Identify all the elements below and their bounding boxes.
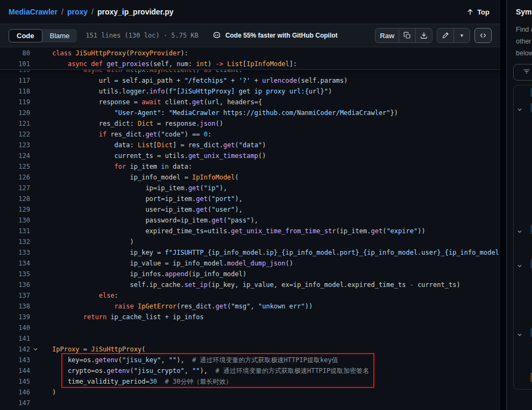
breadcrumb-separator: / <box>61 8 63 16</box>
fold-gutter <box>30 376 41 387</box>
symbol-row[interactable] <box>514 87 532 98</box>
code-line: 125 for ip_item in data: <box>0 161 500 172</box>
edit-dropdown-button[interactable]: ▾ <box>453 28 470 42</box>
code-line-content: port=ip_item.get("port"), <box>41 193 243 204</box>
line-number[interactable]: 123 <box>0 140 30 150</box>
fold-gutter <box>30 365 41 376</box>
line-number[interactable]: 132 <box>0 236 30 247</box>
line-number[interactable]: 138 <box>0 301 30 312</box>
symbol-row[interactable] <box>514 327 532 338</box>
fold-gutter <box>30 129 41 140</box>
line-number[interactable]: 139 <box>0 312 30 322</box>
file-toolbar: Code Blame 151 lines (130 loc) · 5.75 KB… <box>0 24 500 47</box>
line-number[interactable]: 147 <box>0 398 30 408</box>
tab-blame[interactable]: Blame <box>42 29 77 42</box>
line-number[interactable]: 146 <box>0 387 30 398</box>
line-number[interactable]: 117 <box>0 75 30 86</box>
line-number[interactable]: 121 <box>0 118 30 129</box>
line-number[interactable]: 133 <box>0 247 30 258</box>
code-line: 120 "User-Agent": "MediaCrawler https://… <box>0 107 500 118</box>
symbols-filter-input[interactable] <box>513 64 532 81</box>
edit-button[interactable] <box>437 28 453 42</box>
code-editor-area[interactable]: 116 async with httpx.AsyncClient() as cl… <box>0 69 500 410</box>
symbol-row[interactable] <box>514 372 532 383</box>
code-line-content: ip_info_model = IpInfoModel( <box>41 172 239 183</box>
line-number[interactable]: 122 <box>0 129 30 140</box>
breadcrumb-folder-link[interactable]: proxy <box>67 8 88 16</box>
symbol-row[interactable] <box>514 224 532 235</box>
code-line-content: user=ip_item.get("user"), <box>41 204 243 215</box>
chevron-down-icon[interactable] <box>517 227 522 236</box>
chevron-down-icon[interactable] <box>517 105 522 114</box>
scroll-to-top-button[interactable]: Top <box>466 8 490 16</box>
chevron-down-icon[interactable] <box>517 330 522 340</box>
line-number[interactable]: 134 <box>0 258 30 269</box>
line-number[interactable]: 130 <box>0 215 30 226</box>
raw-button[interactable]: Raw <box>375 28 399 42</box>
fold-gutter <box>30 161 41 172</box>
line-number[interactable]: 140 <box>0 322 30 333</box>
line-number[interactable]: 126 <box>0 172 30 183</box>
code-line: 130 password=ip_item.get("pass"), <box>0 215 500 226</box>
line-number[interactable]: 129 <box>0 204 30 215</box>
breadcrumb-filename: proxy_ip_provider.py <box>97 8 174 16</box>
download-button[interactable] <box>415 28 432 42</box>
code-line-content: ) <box>41 387 56 398</box>
line-number[interactable]: 144 <box>0 365 30 376</box>
line-number[interactable]: 143 <box>0 355 30 365</box>
chevron-down-icon[interactable] <box>517 261 522 271</box>
line-number[interactable]: 141 <box>0 333 30 344</box>
line-number[interactable]: 118 <box>0 86 30 97</box>
line-number[interactable]: 80 <box>0 48 30 59</box>
fold-gutter <box>30 398 41 408</box>
fold-gutter <box>30 215 41 226</box>
code-line: 135 ip_infos.append(ip_info_model) <box>0 269 500 279</box>
line-number[interactable]: 128 <box>0 193 30 204</box>
breadcrumb: MediaCrawler / proxy / proxy_ip_provider… <box>9 8 174 16</box>
code-line-content: ip_infos.append(ip_info_model) <box>41 269 246 279</box>
fold-gutter <box>30 355 41 365</box>
code-line: 142IpProxy = JiSuHttpProxy( <box>0 344 500 355</box>
code-line-content: current_ts = utils.get_unix_timestamp() <box>41 150 266 161</box>
code-line: 118 utils.logger.info(f"[JiSuHttpProxy] … <box>0 86 500 97</box>
code-line-content: if res_dict.get("code") == 0: <box>41 129 211 140</box>
line-number[interactable]: 145 <box>0 376 30 387</box>
download-icon <box>420 32 428 39</box>
symbols-panel-toggle-button[interactable] <box>475 28 491 42</box>
code-line: 147 <box>0 398 500 408</box>
code-line-content: time_validity_period=30 # 30分钟（最长时效） <box>41 376 232 387</box>
line-number[interactable]: 101 <box>0 59 30 69</box>
raw-copy-download-group: Raw <box>375 28 432 43</box>
breadcrumb-repo-link[interactable]: MediaCrawler <box>9 8 58 16</box>
line-number[interactable]: 119 <box>0 97 30 107</box>
line-number[interactable]: 116 <box>0 69 30 75</box>
fold-gutter <box>30 140 41 150</box>
fold-gutter <box>30 118 41 129</box>
code-line-content: async def get_proxies(self, num: int) ->… <box>41 59 297 69</box>
line-number[interactable]: 135 <box>0 269 30 279</box>
line-number[interactable]: 124 <box>0 150 30 161</box>
fold-gutter <box>30 86 41 97</box>
copy-button[interactable] <box>399 28 415 42</box>
line-number[interactable]: 136 <box>0 279 30 290</box>
pencil-icon <box>442 32 449 39</box>
code-line-content: response = await client.get(url, headers… <box>41 97 262 107</box>
symbol-row[interactable] <box>514 102 532 113</box>
code-line-content: for ip_item in data: <box>41 161 192 172</box>
tab-code[interactable]: Code <box>9 29 42 42</box>
line-number[interactable]: 131 <box>0 226 30 236</box>
line-number[interactable]: 137 <box>0 290 30 301</box>
line-number[interactable]: 125 <box>0 161 30 172</box>
code-line-content: password=ip_item.get("pass"), <box>41 215 258 226</box>
symbols-tree <box>513 85 532 390</box>
line-number[interactable]: 120 <box>0 107 30 118</box>
code-blame-switch: Code Blame <box>9 29 77 42</box>
copilot-icon <box>212 31 221 41</box>
line-number[interactable]: 127 <box>0 183 30 193</box>
symbols-toggle-group <box>474 28 492 43</box>
code-line-content: url = self.api_path + "/fetchips" + '?' … <box>41 75 347 86</box>
collapse-chevron-icon[interactable] <box>30 344 41 355</box>
line-number[interactable]: 142 <box>0 344 30 355</box>
file-actions: Raw ▾ <box>375 28 492 43</box>
symbol-row[interactable] <box>514 258 532 269</box>
